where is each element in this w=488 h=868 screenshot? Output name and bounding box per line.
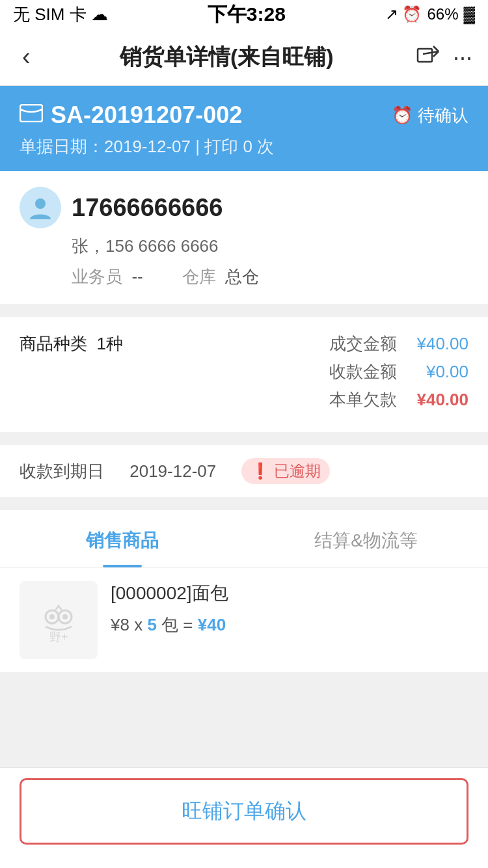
tabs-row: 销售商品 结算&物流等: [0, 510, 488, 567]
warehouse-label: 仓库 总仓: [182, 265, 259, 288]
customer-section: 17666666666 张，156 6666 6666 业务员 -- 仓库 总仓: [0, 171, 488, 310]
order-header: SA-20191207-002 ⏰ 待确认 单据日期：2019-12-07 | …: [0, 86, 488, 171]
tabs-section: 销售商品 结算&物流等: [0, 510, 488, 568]
amount-row-2: 收款金额 ¥0.00: [329, 360, 468, 383]
product-name: [0000002]面包: [111, 581, 468, 606]
nav-bar: ‹ 销货单详情(来自旺铺) ···: [0, 29, 488, 86]
price-value: ¥8: [111, 615, 129, 634]
divider-2: [0, 439, 488, 445]
product-thumbnail: 野+: [20, 581, 98, 659]
amount-value-1: ¥40.00: [416, 334, 468, 354]
amount-label-1: 成交金额: [329, 332, 397, 355]
overdue-text: 已逾期: [274, 461, 321, 481]
product-item: 野+ [0000002]面包 ¥8 x 5 包 = ¥40: [20, 581, 468, 659]
svg-rect-0: [418, 49, 432, 62]
svg-rect-1: [20, 105, 42, 122]
tab-sales-products[interactable]: 销售商品: [0, 510, 244, 567]
status-bar: 无 SIM 卡 ☁ 下午3:28 ↗ ⏰ 66% ▓: [0, 0, 488, 29]
amounts: 成交金额 ¥40.00 收款金额 ¥0.00 本单欠款 ¥40.00: [329, 332, 468, 416]
amount-label-2: 收款金额: [329, 360, 397, 383]
customer-name: 张，156 6666 6666: [72, 235, 468, 258]
amount-value-3: ¥40.00: [416, 390, 468, 410]
product-type-value: 1种: [96, 334, 122, 353]
order-icon: [20, 103, 43, 128]
svg-point-6: [62, 614, 68, 619]
sim-status: 无 SIM 卡 ☁: [13, 3, 108, 26]
product-types: 商品种类 1种: [20, 332, 123, 355]
back-button[interactable]: ‹: [16, 36, 37, 77]
amount-section: 商品种类 1种 成交金额 ¥40.00 收款金额 ¥0.00 本单欠款 ¥40.…: [0, 317, 488, 439]
product-info: [0000002]面包 ¥8 x 5 包 = ¥40: [111, 581, 468, 636]
product-section: 野+ [0000002]面包 ¥8 x 5 包 = ¥40: [0, 568, 488, 672]
product-total: ¥40: [198, 615, 226, 634]
amount-row-3: 本单欠款 ¥40.00: [329, 388, 468, 411]
confirm-button[interactable]: 旺铺订单确认: [20, 778, 468, 845]
customer-meta: 业务员 -- 仓库 总仓: [72, 265, 468, 288]
amount-row-1: 成交金额 ¥40.00: [329, 332, 468, 355]
more-button[interactable]: ···: [453, 44, 472, 71]
tab-settlement[interactable]: 结算&物流等: [244, 510, 488, 567]
clock-icon: ⏰: [392, 105, 413, 126]
svg-point-5: [49, 614, 55, 619]
overdue-badge: ❗ 已逾期: [241, 458, 330, 484]
salesperson-label: 业务员 --: [72, 265, 143, 288]
status-time: 下午3:28: [208, 1, 286, 28]
due-section: 收款到期日 2019-12-07 ❗ 已逾期: [0, 445, 488, 504]
product-price: ¥8 x 5 包 = ¥40: [111, 614, 468, 636]
avatar: [20, 187, 61, 228]
quantity: 5: [147, 615, 156, 634]
share-button[interactable]: [416, 42, 440, 72]
battery-bar: ▓: [463, 5, 475, 23]
svg-point-2: [35, 198, 46, 209]
order-status-text: 待确认: [418, 104, 468, 127]
nav-actions: ···: [416, 42, 472, 72]
svg-text:野+: 野+: [49, 631, 68, 644]
battery-level: 66%: [427, 5, 458, 23]
divider-1: [0, 310, 488, 317]
status-right: ↗ ⏰ 66% ▓: [385, 5, 475, 23]
status-left: 无 SIM 卡 ☁: [13, 3, 108, 26]
order-date: 单据日期：2019-12-07 | 打印 0 次: [20, 135, 468, 158]
amount-value-2: ¥0.00: [426, 362, 468, 382]
battery-icon: ↗ ⏰: [385, 5, 422, 23]
due-date: 2019-12-07: [129, 461, 216, 481]
page-title: 销货单详情(来自旺铺): [120, 42, 334, 72]
amount-label-3: 本单欠款: [329, 388, 397, 411]
overdue-icon: ❗: [251, 462, 270, 480]
due-label: 收款到期日: [20, 460, 104, 483]
divider-3: [0, 504, 488, 510]
product-type-label: 商品种类: [20, 334, 87, 353]
bottom-bar: 旺铺订单确认: [0, 767, 488, 868]
customer-phone: 17666666666: [72, 194, 223, 222]
order-id-text: SA-20191207-002: [51, 102, 242, 129]
